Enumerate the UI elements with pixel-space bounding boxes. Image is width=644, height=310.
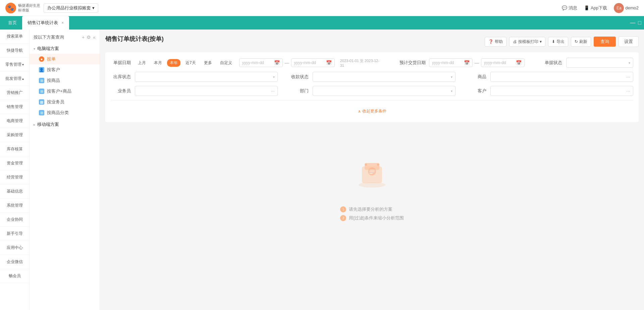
app-download-action[interactable]: 📱 App下载 xyxy=(584,5,607,11)
more-options-icon[interactable]: ··· xyxy=(271,88,275,94)
date-from-input[interactable]: yyyy-mm-dd 📅 xyxy=(239,58,283,67)
pc-solutions-header[interactable]: ▾ 电脑端方案 xyxy=(30,44,100,54)
sidebar-item-sales[interactable]: 销售管理 xyxy=(0,100,29,114)
sidebar-item-inventory[interactable]: 库存核算 xyxy=(0,142,29,156)
expected-date-label: 预计交货日期 xyxy=(399,60,425,66)
message-action[interactable]: 💬 消息 xyxy=(562,5,577,11)
sidebar: 搜索菜单 快捷导航 零售管理 ▾ 批发管理 ▴ 营销推广 销售管理 电商管理 采… xyxy=(0,30,30,310)
empty-tips: 1 请先选择要分析的方案 2 用[过滤]条件来缩小分析范围 xyxy=(340,206,404,221)
sidebar-item-operation[interactable]: 经营管理 xyxy=(0,170,29,185)
shortcut-this-month[interactable]: 本月 xyxy=(151,59,165,67)
logo-area: 🐾 畅捷通好生意 标准版 xyxy=(5,3,40,13)
by-order-icon: ● xyxy=(39,56,44,62)
content-area: 按以下方案查询 + ⚙ « ▾ 电脑端方案 ● 按单 👤 xyxy=(30,30,644,310)
plan-item-by-customer-product[interactable]: ⊞ 按客户+商品 xyxy=(30,86,100,97)
export-button[interactable]: ⬇ 导出 xyxy=(548,37,568,47)
salesperson-field[interactable]: ··· xyxy=(135,86,278,96)
sidebar-item-system[interactable]: 系统管理 xyxy=(0,199,29,213)
query-button[interactable]: 查询 xyxy=(594,37,616,47)
plan-item-by-customer[interactable]: 👤 按客户 xyxy=(30,64,100,75)
sidebar-item-marketing[interactable]: 营销推广 xyxy=(0,86,29,100)
date-to-input[interactable]: yyyy-mm-dd 📅 xyxy=(291,58,335,67)
collapse-filter-button[interactable]: ∧ 收起更多条件 xyxy=(111,106,633,117)
more-options-icon[interactable]: ··· xyxy=(626,88,630,94)
add-plan-button[interactable]: + xyxy=(82,35,85,40)
shortcut-last-month[interactable]: 上月 xyxy=(135,59,149,67)
collapse-icon: ∧ xyxy=(358,109,361,114)
help-button[interactable]: ❓ 帮助 xyxy=(485,37,506,47)
expected-date-from-input[interactable]: yyyy-mm-dd 📅 xyxy=(429,58,473,67)
tab-close-icon[interactable]: × xyxy=(61,20,64,25)
sidebar-item-ecommerce[interactable]: 电商管理 xyxy=(0,114,29,128)
by-product-category-icon: ⊞ xyxy=(39,110,44,115)
expected-date-separator: — xyxy=(475,60,479,65)
mobile-solutions-header[interactable]: ▸ 移动端方案 xyxy=(30,119,100,130)
date-label: 单据日期 xyxy=(111,60,131,66)
sidebar-item-enterprise-wechat[interactable]: 企业微信 xyxy=(0,255,29,269)
filter-row-people: 业务员 ··· 部门 ▾ 客户 ··· xyxy=(111,86,633,96)
window-minimize-icon[interactable]: — xyxy=(630,20,635,26)
sidebar-item-quick-nav[interactable]: 快捷导航 xyxy=(0,44,29,58)
refresh-icon: ↻ xyxy=(575,39,578,44)
chevron-up-icon: ▴ xyxy=(22,77,24,81)
sidebar-item-new-guide[interactable]: 新手引导 xyxy=(0,227,29,241)
export-icon: ⬇ xyxy=(552,39,555,44)
tab-home[interactable]: 首页 xyxy=(3,16,22,30)
customer-field[interactable]: ··· xyxy=(490,86,633,96)
sidebar-item-app-center[interactable]: 应用中心 xyxy=(0,241,29,255)
sidebar-item-enterprise[interactable]: 企业协同 xyxy=(0,213,29,227)
page-header: 销售订单统计表(按单) ❓ 帮助 🖨 按模板打印 ▾ ⬇ xyxy=(105,35,639,48)
chevron-down-icon: ▾ xyxy=(92,5,95,10)
date-input-group: yyyy-mm-dd 📅 — yyyy-mm-dd 📅 xyxy=(239,58,335,67)
collapse-divider: ∧ 收起更多条件 xyxy=(111,100,633,117)
plan-item-by-salesperson[interactable]: ▦ 按业务员 xyxy=(30,97,100,107)
main-content: 销售订单统计表(按单) ❓ 帮助 🖨 按模板打印 ▾ ⬇ xyxy=(100,30,644,310)
sidebar-item-basic-info[interactable]: 基础信息 xyxy=(0,185,29,199)
customer-label: 客户 xyxy=(466,88,486,94)
shortcut-more[interactable]: 更多 xyxy=(201,59,215,67)
help-icon: ❓ xyxy=(488,39,493,44)
template-print-button[interactable]: 🖨 按模板打印 ▾ xyxy=(509,37,545,47)
sidebar-item-purchase[interactable]: 采购管理 xyxy=(0,128,29,142)
department-field[interactable]: ▾ xyxy=(313,86,455,96)
tab-bar: 首页 销售订单统计表 × — □ xyxy=(0,16,644,30)
refresh-button[interactable]: ↻ 刷新 xyxy=(571,37,591,47)
page-header-area: 销售订单统计表(按单) ❓ 帮助 🖨 按模板打印 ▾ ⬇ xyxy=(105,35,639,48)
product-field[interactable]: ··· xyxy=(490,72,633,82)
window-maximize-icon[interactable]: □ xyxy=(638,20,641,26)
chevron-down-icon: ▾ xyxy=(629,61,630,65)
shortcut-last-7-days[interactable]: 近7天 xyxy=(182,59,199,67)
tab-sales-order-stats[interactable]: 销售订单统计表 × xyxy=(22,16,69,30)
settings-button[interactable]: 设置 xyxy=(619,36,639,47)
more-options-icon[interactable]: ··· xyxy=(626,74,630,80)
collapse-panel-icon[interactable]: « xyxy=(93,35,96,40)
settings-icon[interactable]: ⚙ xyxy=(87,35,91,40)
plan-item-by-product-category[interactable]: ⊞ 按商品分类 xyxy=(30,107,100,118)
sidebar-item-retail[interactable]: 零售管理 ▾ xyxy=(0,58,29,72)
empty-state: 1 请先选择要分析的方案 2 用[过滤]条件来缩小分析范围 xyxy=(105,126,639,248)
shortcut-this-year[interactable]: 本年 xyxy=(167,59,180,67)
salesperson-label: 业务员 xyxy=(111,88,131,94)
user-profile[interactable]: Ea demo2 xyxy=(614,3,639,13)
sidebar-item-wholesale[interactable]: 批发管理 ▴ xyxy=(0,72,29,86)
app-selector[interactable]: 办公用品行业模拟账套 ▾ xyxy=(44,3,98,13)
ship-status-select[interactable]: ▾ xyxy=(135,72,278,82)
logo-icon: 🐾 xyxy=(5,3,16,13)
doc-status-select[interactable]: ▾ xyxy=(566,58,633,68)
sidebar-item-member[interactable]: 畅会员 xyxy=(0,269,29,283)
calendar-icon: 📅 xyxy=(516,60,522,65)
plan-item-by-order[interactable]: ● 按单 xyxy=(30,54,100,64)
left-panel: 按以下方案查询 + ⚙ « ▾ 电脑端方案 ● 按单 👤 xyxy=(30,30,100,310)
pay-status-select[interactable]: ▾ xyxy=(313,72,455,82)
shortcut-custom[interactable]: 自定义 xyxy=(217,59,235,67)
department-label: 部门 xyxy=(288,88,309,94)
plan-item-by-product[interactable]: ⊞ 按商品 xyxy=(30,75,100,86)
main-layout: 搜索菜单 快捷导航 零售管理 ▾ 批发管理 ▴ 营销推广 销售管理 电商管理 采… xyxy=(0,30,644,310)
sidebar-item-search-menu[interactable]: 搜索菜单 xyxy=(0,30,29,44)
expected-date-to-input[interactable]: yyyy-mm-dd 📅 xyxy=(481,58,525,67)
sidebar-item-finance[interactable]: 资金管理 xyxy=(0,156,29,170)
chevron-down-icon: ▾ xyxy=(451,75,452,79)
filter-row-date: 单据日期 上月 本月 本年 近7天 更多 自定义 yyyy-mm-dd 📅 xyxy=(111,58,633,68)
date-shortcuts: 上月 本月 本年 近7天 更多 自定义 xyxy=(135,59,235,67)
empty-tip-1: 1 请先选择要分析的方案 xyxy=(340,206,404,212)
